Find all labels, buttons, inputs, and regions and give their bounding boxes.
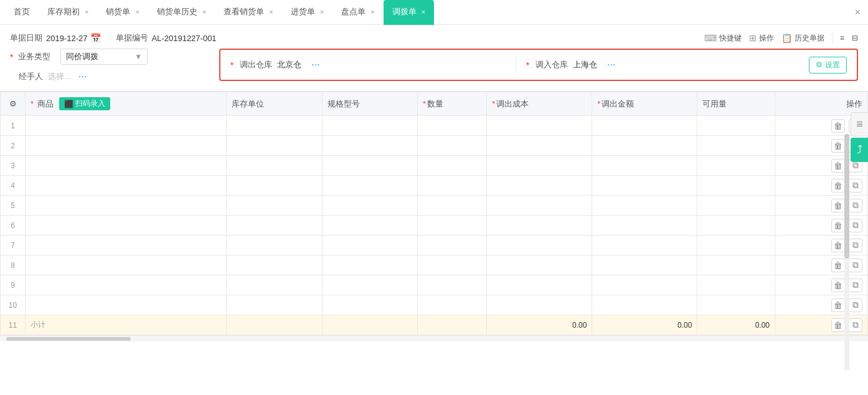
row-spec[interactable] — [322, 196, 417, 216]
row-spec[interactable] — [322, 136, 417, 156]
warehouse-out-value[interactable]: 北京仓 — [277, 59, 301, 70]
row-unit[interactable] — [227, 156, 322, 176]
row-quantity[interactable] — [417, 116, 486, 136]
row-available[interactable] — [697, 156, 775, 176]
shortcut-btn[interactable]: ⌨ 快捷键 — [704, 33, 742, 44]
row-quantity[interactable] — [417, 295, 486, 315]
row-unit[interactable] — [227, 255, 322, 275]
row-delete-btn[interactable]: 🗑 — [831, 139, 845, 153]
row-available[interactable] — [697, 196, 775, 216]
row-available[interactable] — [697, 116, 775, 136]
row-product[interactable] — [26, 295, 227, 315]
row-delete-btn[interactable]: 🗑 — [831, 298, 845, 312]
row-unit[interactable] — [227, 136, 322, 156]
row-spec[interactable] — [322, 216, 417, 236]
row-delete-btn[interactable]: 🗑 — [831, 278, 845, 292]
row-cost[interactable] — [487, 236, 592, 255]
row-available[interactable] — [697, 295, 775, 315]
th-gear[interactable]: ⚙ — [1, 92, 26, 116]
settings-button[interactable]: ⚙ 设置 — [809, 57, 847, 74]
row-delete-btn[interactable]: 🗑 — [831, 219, 845, 232]
row-copy-btn[interactable]: ⧉ — [849, 239, 862, 252]
tab-close-view-sales[interactable]: × — [269, 8, 273, 16]
row-quantity[interactable] — [417, 255, 486, 275]
row-quantity[interactable] — [417, 156, 486, 176]
tab-inventory-init[interactable]: 库存期初 × — [39, 0, 97, 25]
row-product[interactable] — [26, 136, 227, 156]
view-toggle-grid[interactable]: ⊟ — [852, 34, 858, 42]
row-available[interactable] — [697, 176, 775, 196]
row-cost[interactable] — [487, 216, 592, 236]
row-product[interactable] — [26, 116, 227, 136]
row-amount[interactable] — [592, 216, 697, 236]
row-spec[interactable] — [322, 236, 417, 255]
row-copy-btn[interactable]: ⧉ — [849, 219, 862, 232]
row-delete-btn[interactable]: 🗑 — [831, 119, 845, 133]
tab-close-stocktake[interactable]: × — [370, 8, 374, 16]
v-scroll-thumb[interactable] — [844, 134, 849, 259]
row-cost[interactable] — [487, 196, 592, 216]
row-spec[interactable] — [322, 275, 417, 295]
horizontal-scrollbar[interactable] — [0, 335, 868, 341]
row-cost[interactable] — [487, 275, 592, 295]
row-unit[interactable] — [227, 116, 322, 136]
row-product[interactable] — [26, 156, 227, 176]
vertical-scrollbar[interactable] — [844, 134, 849, 341]
row-quantity[interactable] — [417, 275, 486, 295]
tab-close-sales-history[interactable]: × — [202, 8, 206, 16]
row-copy-btn[interactable]: ⧉ — [849, 298, 862, 312]
row-product[interactable] — [26, 216, 227, 236]
view-toggle-list[interactable]: ≡ — [840, 34, 844, 42]
row-amount[interactable] — [592, 255, 697, 275]
scroll-thumb[interactable] — [6, 337, 131, 341]
row-cost[interactable] — [487, 156, 592, 176]
row-product[interactable] — [26, 255, 227, 275]
tab-close-purchase[interactable]: × — [320, 8, 324, 16]
row-available[interactable] — [697, 275, 775, 295]
subtotal-copy-btn[interactable]: ⧉ — [849, 318, 862, 332]
row-delete-btn[interactable]: 🗑 — [831, 159, 845, 173]
row-copy-btn[interactable]: ⧉ — [849, 199, 862, 212]
row-cost[interactable] — [487, 136, 592, 156]
row-cost[interactable] — [487, 116, 592, 136]
tab-close-inventory-init[interactable]: × — [85, 8, 88, 16]
calendar-icon[interactable]: 📅 — [90, 33, 101, 43]
row-amount[interactable] — [592, 295, 697, 315]
row-unit[interactable] — [227, 196, 322, 216]
row-delete-btn[interactable]: 🗑 — [831, 179, 845, 193]
sidebar-list-btn[interactable]: ≡ — [851, 112, 868, 136]
row-delete-btn[interactable]: 🗑 — [831, 259, 845, 272]
subtotal-delete-btn[interactable]: 🗑 — [831, 318, 845, 332]
row-cost[interactable] — [487, 255, 592, 275]
tab-close-sales-order[interactable]: × — [135, 8, 139, 16]
row-unit[interactable] — [227, 236, 322, 255]
row-unit[interactable] — [227, 295, 322, 315]
row-cost[interactable] — [487, 295, 592, 315]
tab-transfer[interactable]: 调拨单 × — [384, 0, 434, 25]
row-amount[interactable] — [592, 176, 697, 196]
warehouse-in-value[interactable]: 上海仓 — [573, 59, 597, 70]
row-quantity[interactable] — [417, 136, 486, 156]
row-amount[interactable] — [592, 275, 697, 295]
row-copy-btn[interactable]: ⧉ — [849, 278, 862, 292]
row-spec[interactable] — [322, 176, 417, 196]
date-field[interactable]: 2019-12-27 📅 — [46, 33, 101, 43]
row-spec[interactable] — [322, 255, 417, 275]
tab-stocktake[interactable]: 盘点单 × — [333, 0, 383, 25]
row-quantity[interactable] — [417, 176, 486, 196]
row-quantity[interactable] — [417, 196, 486, 216]
business-type-select[interactable]: 同价调拨 ▼ — [60, 49, 148, 65]
sidebar-export-btn[interactable]: ⤴ — [851, 138, 868, 162]
row-product[interactable] — [26, 196, 227, 216]
row-available[interactable] — [697, 216, 775, 236]
row-amount[interactable] — [592, 156, 697, 176]
row-available[interactable] — [697, 136, 775, 156]
row-amount[interactable] — [592, 116, 697, 136]
warehouse-in-more-btn[interactable]: ··· — [607, 59, 615, 70]
row-available[interactable] — [697, 255, 775, 275]
table-gear-icon[interactable]: ⚙ — [9, 99, 17, 108]
tab-view-sales[interactable]: 查看销货单 × — [215, 0, 281, 25]
row-unit[interactable] — [227, 275, 322, 295]
row-quantity[interactable] — [417, 216, 486, 236]
tab-home[interactable]: 首页 — [5, 0, 39, 25]
